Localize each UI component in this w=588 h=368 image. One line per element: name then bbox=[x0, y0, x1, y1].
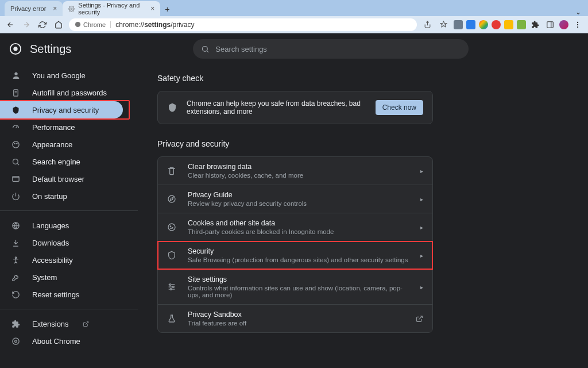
forward-button[interactable] bbox=[21, 19, 32, 30]
share-icon[interactable] bbox=[421, 19, 433, 30]
compass-icon bbox=[167, 194, 177, 204]
flask-icon bbox=[167, 314, 177, 323]
svg-point-9 bbox=[203, 46, 208, 51]
extensions-puzzle-icon[interactable] bbox=[529, 19, 541, 30]
power-icon bbox=[11, 192, 22, 201]
clipboard-icon bbox=[11, 89, 22, 97]
row-title: Clear browsing data bbox=[188, 163, 410, 171]
section-title-safety: Safety check bbox=[157, 74, 588, 83]
home-button[interactable] bbox=[53, 19, 64, 30]
browser-chrome: Privacy error × Settings - Privacy and s… bbox=[0, 0, 588, 33]
site-chip[interactable]: Chrome bbox=[75, 21, 111, 28]
sidebar-item-appearance[interactable]: Appearance bbox=[0, 136, 123, 153]
extension-icon[interactable] bbox=[466, 20, 475, 29]
sidebar-item-you-and-google[interactable]: You and Google bbox=[0, 67, 123, 84]
row-subtitle: Controls what information sites can use … bbox=[188, 285, 410, 298]
browser-icon bbox=[11, 175, 22, 183]
sidebar-item-label: Autofill and passwords bbox=[32, 89, 107, 97]
sidebar-item-downloads[interactable]: Downloads bbox=[0, 234, 123, 251]
svg-point-8 bbox=[13, 47, 17, 51]
reload-button[interactable] bbox=[37, 19, 48, 30]
extension-icon[interactable] bbox=[517, 20, 526, 29]
extension-icon[interactable] bbox=[504, 20, 513, 29]
row-subtitle: Review key privacy and security controls bbox=[188, 200, 410, 207]
tab-settings[interactable]: Settings - Privacy and security × bbox=[63, 1, 160, 16]
site-chip-label: Chrome bbox=[83, 21, 106, 28]
row-site-settings[interactable]: Site settingsControls what information s… bbox=[158, 270, 432, 305]
extension-icons bbox=[454, 19, 583, 30]
close-icon[interactable]: × bbox=[150, 5, 154, 13]
sidebar-item-label: Downloads bbox=[32, 239, 69, 247]
svg-point-4 bbox=[577, 21, 578, 22]
new-tab-button[interactable]: + bbox=[160, 2, 174, 16]
sidebar-item-reset[interactable]: Reset settings bbox=[0, 286, 123, 303]
search-input[interactable]: Search settings bbox=[193, 39, 469, 59]
tab-strip: Privacy error × Settings - Privacy and s… bbox=[0, 0, 588, 16]
sidepanel-icon[interactable] bbox=[544, 19, 556, 30]
section-title-privacy: Privacy and security bbox=[157, 139, 588, 148]
shield-icon bbox=[11, 106, 22, 114]
chevron-right-icon: ▸ bbox=[420, 168, 423, 174]
external-link-icon bbox=[416, 315, 423, 323]
chrome-outline-icon bbox=[11, 337, 22, 346]
sidebar-item-performance[interactable]: Performance bbox=[0, 118, 123, 136]
svg-point-35 bbox=[172, 286, 174, 288]
sidebar-item-label: Default browser bbox=[32, 175, 84, 183]
svg-point-29 bbox=[172, 228, 173, 228]
sidebar-item-label: Privacy and security bbox=[32, 106, 99, 114]
svg-point-0 bbox=[71, 8, 72, 10]
safety-check-text: Chrome can help keep you safe from data … bbox=[187, 99, 366, 116]
row-subtitle: Safe Browsing (protection from dangerous… bbox=[188, 256, 410, 263]
svg-point-34 bbox=[169, 284, 171, 286]
row-privacy-sandbox[interactable]: Privacy SandboxTrial features are off bbox=[158, 305, 432, 332]
sidebar-item-privacy-security[interactable]: Privacy and security bbox=[0, 101, 123, 118]
restore-icon bbox=[11, 290, 22, 299]
sidebar-item-system[interactable]: System bbox=[0, 269, 123, 286]
row-subtitle: Clear history, cookies, cache, and more bbox=[188, 172, 410, 179]
divider bbox=[0, 309, 138, 309]
sidebar-item-on-startup[interactable]: On startup bbox=[0, 187, 123, 205]
svg-point-5 bbox=[577, 24, 578, 25]
sidebar: You and Google Autofill and passwords Pr… bbox=[0, 33, 138, 368]
row-privacy-guide[interactable]: Privacy GuideReview key privacy and secu… bbox=[158, 185, 432, 213]
sidebar-item-label: Extensions bbox=[32, 320, 69, 328]
check-now-button[interactable]: Check now bbox=[376, 100, 423, 115]
profile-avatar[interactable] bbox=[559, 20, 568, 29]
page-title: Settings bbox=[30, 43, 71, 56]
sidebar-item-languages[interactable]: Languages bbox=[0, 217, 123, 234]
shield-check-icon bbox=[167, 102, 177, 113]
sidebar-item-about[interactable]: About Chrome bbox=[0, 332, 123, 350]
sidebar-item-search-engine[interactable]: Search engine bbox=[0, 153, 123, 170]
row-title: Privacy Guide bbox=[188, 191, 410, 199]
extension-icon[interactable] bbox=[479, 20, 488, 29]
row-security[interactable]: SecuritySafe Browsing (protection from d… bbox=[158, 241, 432, 270]
tab-privacy-error[interactable]: Privacy error × bbox=[5, 1, 63, 16]
svg-point-28 bbox=[170, 226, 171, 227]
row-cookies[interactable]: Cookies and other site dataThird-party c… bbox=[158, 213, 432, 241]
svg-point-23 bbox=[15, 256, 17, 258]
menu-dots-icon[interactable] bbox=[572, 19, 583, 30]
row-title: Site settings bbox=[188, 275, 410, 283]
safety-check-card: Chrome can help keep you safe from data … bbox=[157, 91, 433, 124]
extension-icon[interactable] bbox=[454, 20, 463, 29]
settings-header: Settings Search settings bbox=[0, 33, 588, 64]
address-bar[interactable]: Chrome chrome://settings/privacy bbox=[69, 18, 417, 31]
sidebar-item-label: About Chrome bbox=[32, 337, 80, 346]
back-button[interactable] bbox=[5, 19, 16, 30]
row-title: Privacy Sandbox bbox=[188, 310, 405, 319]
sidebar-item-autofill[interactable]: Autofill and passwords bbox=[0, 84, 123, 101]
sidebar-item-label: On startup bbox=[32, 192, 67, 201]
sidebar-item-accessibility[interactable]: Accessibility bbox=[0, 251, 123, 269]
svg-rect-2 bbox=[547, 21, 554, 28]
svg-point-26 bbox=[168, 195, 175, 202]
window-caption-dropdown[interactable]: ⌄ bbox=[575, 8, 588, 16]
row-title: Cookies and other site data bbox=[188, 219, 410, 227]
svg-line-19 bbox=[17, 163, 19, 165]
bookmark-icon[interactable] bbox=[438, 19, 449, 30]
extension-icon[interactable] bbox=[492, 20, 501, 29]
close-icon[interactable]: × bbox=[53, 5, 57, 13]
row-clear-browsing-data[interactable]: Clear browsing dataClear history, cookie… bbox=[158, 157, 432, 185]
sidebar-item-default-browser[interactable]: Default browser bbox=[0, 170, 123, 187]
sidebar-item-extensions[interactable]: Extensions bbox=[0, 315, 123, 332]
url-text: chrome://settings/privacy bbox=[115, 21, 194, 29]
